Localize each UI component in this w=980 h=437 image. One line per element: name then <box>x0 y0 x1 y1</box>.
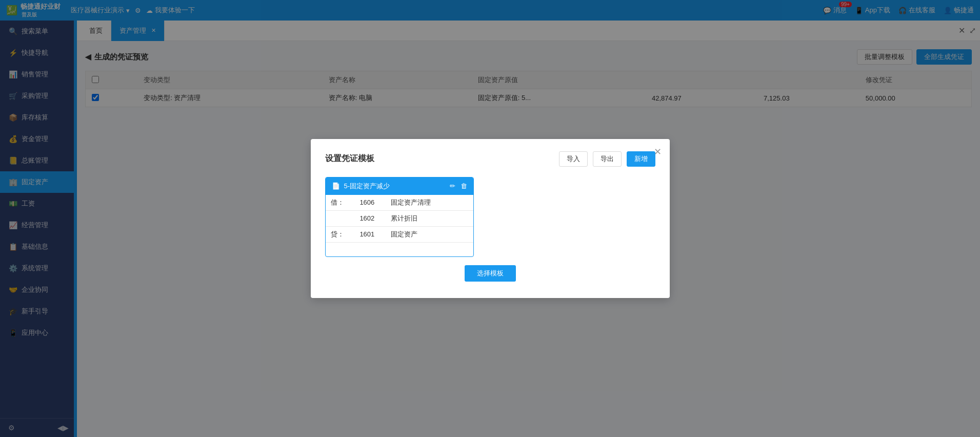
export-btn[interactable]: 导出 <box>593 151 622 167</box>
template-card-header-actions: ✏ 🗑 <box>450 182 467 190</box>
template-row: 1602 累计折旧 <box>326 210 473 226</box>
entry-code: 1606 <box>354 195 385 211</box>
edit-icon[interactable]: ✏ <box>450 182 455 190</box>
template-card-body: 借： 1606 固定资产清理 1602 <box>326 195 473 257</box>
modal-header: 设置凭证模板 导入 导出 新增 <box>325 151 655 167</box>
new-btn[interactable]: 新增 <box>627 151 655 167</box>
template-card-header: 📄 5-固定资产减少 ✏ 🗑 <box>326 177 473 195</box>
entry-credit <box>461 195 473 211</box>
entry-code: 1602 <box>354 210 385 226</box>
entry-debit <box>448 210 461 226</box>
entry-direction: 贷： <box>326 226 355 242</box>
entry-account: 固定资产 <box>386 226 448 242</box>
template-card: 📄 5-固定资产减少 ✏ 🗑 借： <box>325 177 474 257</box>
entry-credit <box>461 210 473 226</box>
template-doc-icon: 📄 <box>332 182 340 190</box>
entry-code: 1601 <box>354 226 385 242</box>
select-template-btn[interactable]: 选择模板 <box>465 265 516 282</box>
template-row: 借： 1606 固定资产清理 <box>326 195 473 211</box>
content-area: 首页 资产管理 ✕ ✕ ⤢ ◀ 生成的凭证预览 <box>77 21 980 437</box>
modal-close-button[interactable]: ✕ <box>654 146 662 157</box>
entry-debit <box>448 195 461 211</box>
template-empty-row <box>326 242 473 256</box>
modal-overlay: 设置凭证模板 导入 导出 新增 ✕ 📄 5-固定资产减少 <box>77 21 980 437</box>
entry-account: 固定资产清理 <box>386 195 448 211</box>
modal-title: 设置凭证模板 <box>325 153 374 164</box>
modal-header-actions: 导入 导出 新增 <box>559 151 655 167</box>
modal: 设置凭证模板 导入 导出 新增 ✕ 📄 5-固定资产减少 <box>311 139 670 299</box>
entry-direction: 借： <box>326 195 355 211</box>
template-row: 贷： 1601 固定资产 <box>326 226 473 242</box>
entry-debit <box>448 226 461 242</box>
entry-account: 累计折旧 <box>386 210 448 226</box>
entry-credit <box>461 226 473 242</box>
entry-direction <box>326 210 355 226</box>
delete-icon[interactable]: 🗑 <box>461 182 467 190</box>
import-btn[interactable]: 导入 <box>559 151 588 167</box>
template-name: 5-固定资产减少 <box>344 182 390 191</box>
template-table: 借： 1606 固定资产清理 1602 <box>326 195 473 257</box>
